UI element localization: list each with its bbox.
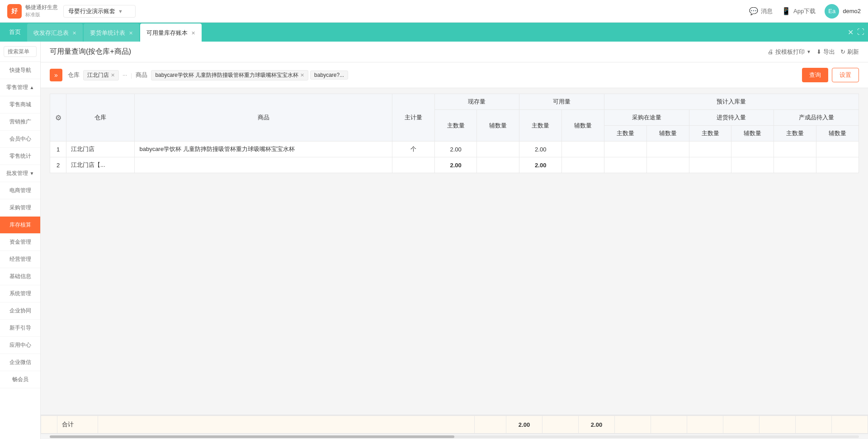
- th-current-stock-group: 现存量: [434, 94, 519, 110]
- table-container: ⚙ 仓库 商品 主计量 现存量 可用量 预计入库量 主数量 辅数量 主数量 辅数…: [41, 88, 868, 415]
- scrollbar-thumb[interactable]: [50, 435, 454, 438]
- row2-prod-main: [774, 157, 816, 173]
- page-title: 可用量查询(按仓库+商品): [50, 47, 131, 62]
- page-header: 可用量查询(按仓库+商品) 🖨 按模板打印 ▼ ⬇ 导出 ↻ 刷新: [41, 42, 868, 62]
- search-input[interactable]: [4, 46, 37, 57]
- message-action[interactable]: 💬 消息: [749, 7, 773, 15]
- footer-prod-main-total: [796, 416, 832, 434]
- footer-empty-unit: [475, 416, 506, 434]
- setting-button[interactable]: 设置: [832, 68, 859, 82]
- footer-summary-table: 合计 2.00 2.00: [41, 415, 868, 434]
- filter-separator: |: [131, 72, 132, 79]
- sidebar-item-retail-stats[interactable]: 零售统计: [0, 148, 40, 165]
- sidebar-item-enterprise-collab[interactable]: 企业协同: [0, 302, 40, 320]
- content-area: 可用量查询(按仓库+商品) 🖨 按模板打印 ▼ ⬇ 导出 ↻ 刷新: [41, 42, 868, 439]
- sidebar-item-basic-info[interactable]: 基础信息: [0, 268, 40, 285]
- sidebar-item-retail-mall[interactable]: 零售商城: [0, 96, 40, 113]
- export-label: 导出: [823, 48, 835, 56]
- warehouse-tag-label: 江北门店: [87, 71, 109, 79]
- sidebar-item-member[interactable]: 畅会员: [0, 371, 40, 388]
- logo-subtitle: 标准版: [25, 11, 58, 18]
- message-label: 消息: [761, 7, 773, 15]
- row1-pur-transit-main: [604, 142, 646, 157]
- row2-avail-aux: [562, 157, 604, 173]
- th-prod-pending-main: 主数量: [774, 126, 816, 142]
- filter-toggle-button[interactable]: »: [50, 69, 62, 81]
- footer-prod-aux-total: [832, 416, 868, 434]
- user-initials: Ea: [828, 8, 835, 14]
- tab-order-stats[interactable]: 要货单统计表 ✕: [84, 24, 139, 42]
- sidebar-item-marketing[interactable]: 营销推广: [0, 113, 40, 131]
- product-tag-babycare: babycare学饮杯 儿童防摔防撞吸管杯重力球吸嘴杯宝宝水杯 ✕: [151, 70, 308, 80]
- sidebar-item-purchase-mgmt[interactable]: 采购管理: [0, 199, 40, 217]
- sidebar-item-inventory-check[interactable]: 库存核算: [0, 217, 40, 234]
- page-actions: 🖨 按模板打印 ▼ ⬇ 导出 ↻ 刷新: [768, 48, 859, 61]
- warehouse-tag-jiangbei: 江北门店 ✕: [83, 70, 119, 80]
- row1-warehouse: 江北门店: [66, 142, 135, 157]
- footer-avail-aux-total: [615, 416, 651, 434]
- app-download-label: App下载: [793, 7, 816, 15]
- sidebar-item-member-center[interactable]: 会员中心: [0, 131, 40, 148]
- row1-pur-transit-aux: [646, 142, 689, 157]
- row1-avail-aux: [562, 142, 604, 157]
- filter-right: 查询 设置: [802, 68, 859, 82]
- tab-expand-icon[interactable]: ⛶: [857, 28, 864, 36]
- logo-icon: 好: [7, 4, 22, 19]
- logo-text: 畅捷通好生意: [25, 4, 58, 11]
- print-action[interactable]: 🖨 按模板打印 ▼: [768, 48, 811, 56]
- tab-available-stock[interactable]: 可用量库存账本 ✕: [140, 24, 202, 42]
- row1-unit: 个: [392, 142, 434, 157]
- tab-close-all-icon[interactable]: ✕: [848, 28, 854, 37]
- sidebar-item-app-center[interactable]: 应用中心: [0, 337, 40, 354]
- scrollbar-track[interactable]: [50, 435, 859, 438]
- product-tag-close-icon[interactable]: ✕: [300, 72, 304, 78]
- table-row: 1 江北门店 babycare学饮杯 儿童防摔防撞吸管杯重力球吸嘴杯宝宝水杯 个…: [50, 142, 859, 157]
- filter-toggle-icon: »: [54, 71, 58, 79]
- data-table: ⚙ 仓库 商品 主计量 现存量 可用量 预计入库量 主数量 辅数量 主数量 辅数…: [50, 94, 859, 173]
- tab-receive-send-close-icon[interactable]: ✕: [72, 30, 76, 36]
- footer-avail-main-total: 2.00: [579, 416, 615, 434]
- tab-home[interactable]: 首页: [4, 23, 26, 42]
- warehouse-filter-more[interactable]: ···: [123, 72, 127, 78]
- row1-avail-main: 2.00: [519, 142, 562, 157]
- sidebar-item-new-guide[interactable]: 新手引导: [0, 320, 40, 337]
- query-button[interactable]: 查询: [802, 68, 828, 82]
- sidebar-item-operations-mgmt[interactable]: 经营管理: [0, 251, 40, 268]
- sidebar-item-wholesale-mgmt[interactable]: 批发管理 ▼: [0, 165, 40, 182]
- print-label: 按模板打印: [775, 48, 805, 56]
- app-download-icon: 📱: [782, 7, 791, 15]
- refresh-action[interactable]: ↻ 刷新: [840, 48, 859, 56]
- user-profile[interactable]: Ea demo2: [825, 4, 861, 19]
- user-name: demo2: [843, 8, 861, 14]
- sidebar-item-quick-nav[interactable]: 快捷导航: [0, 62, 40, 79]
- avatar: Ea: [825, 4, 839, 19]
- sidebar-item-ecommerce-mgmt[interactable]: 电商管理: [0, 182, 40, 199]
- export-action[interactable]: ⬇ 导出: [816, 48, 835, 56]
- sidebar-item-system-mgmt[interactable]: 系统管理: [0, 285, 40, 302]
- row2-avail-main: 2.00: [519, 157, 562, 173]
- sidebar-item-finance-mgmt[interactable]: 资金管理: [0, 234, 40, 251]
- warehouse-tag-close-icon[interactable]: ✕: [111, 72, 115, 78]
- table-footer: 合计 2.00 2.00: [41, 415, 868, 434]
- product-tag-babycare2: babycare?...: [310, 71, 348, 80]
- tab-available-stock-close-icon[interactable]: ✕: [191, 30, 195, 36]
- th-stock-main: 主数量: [434, 110, 477, 142]
- tab-order-stats-close-icon[interactable]: ✕: [129, 30, 133, 36]
- th-pur-transit-aux: 辅数量: [646, 126, 689, 142]
- tab-receive-send-label: 收发存汇总表: [33, 29, 69, 37]
- sidebar-item-retail-mgmt[interactable]: 零售管理 ▲: [0, 79, 40, 96]
- row2-prod-aux: [816, 157, 859, 173]
- product-filter-tags: babycare学饮杯 儿童防摔防撞吸管杯重力球吸嘴杯宝宝水杯 ✕ babyca…: [151, 70, 348, 80]
- sidebar-item-enterprise-wechat[interactable]: 企业微信: [0, 354, 40, 371]
- org-selector-chevron-icon: ▼: [118, 9, 123, 14]
- footer-label: 合计: [57, 416, 98, 434]
- main-layout: 快捷导航 零售管理 ▲ 零售商城 营销推广 会员中心 零售统计 批发管理 ▼ 电…: [0, 42, 868, 439]
- th-inbound-pending-main: 主数量: [689, 126, 731, 142]
- app-download-action[interactable]: 📱 App下载: [782, 7, 816, 15]
- warehouse-filter-label: 仓库: [68, 71, 80, 79]
- row1-prod-aux: [816, 142, 859, 157]
- row2-warehouse: 江北门店【...: [66, 157, 135, 173]
- org-selector[interactable]: 母婴行业演示账套 ▼: [63, 5, 136, 18]
- column-settings-icon[interactable]: ⚙: [55, 114, 61, 122]
- tab-receive-send[interactable]: 收发存汇总表 ✕: [27, 24, 83, 42]
